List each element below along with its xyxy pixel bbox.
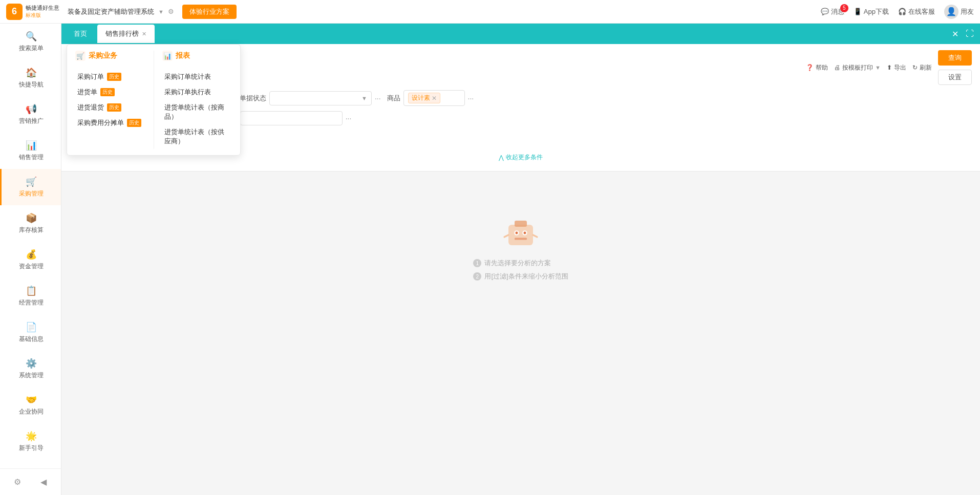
menu-item-label: 进货退货 [77, 103, 104, 112]
tab-sales-rank[interactable]: 销售排行榜 ✕ [97, 25, 155, 43]
menu-item-expense[interactable]: 采购费用分摊单 历史 [75, 115, 145, 131]
menu-item-return[interactable]: 进货退货 历史 [75, 100, 145, 115]
purchase-col-icon: 🛒 [75, 51, 86, 61]
system-icon: ⚙️ [26, 358, 37, 369]
gear-icon[interactable]: ⚙ [168, 8, 174, 15]
product-select[interactable]: 设计素 ✕ [403, 90, 465, 106]
avatar: 👤 [944, 5, 958, 19]
refresh-icon: ↻ [912, 64, 918, 71]
menu-item-purchase-order-exec[interactable]: 采购订单执行表 [162, 84, 232, 100]
tab-home[interactable]: 首页 [66, 25, 95, 43]
doc-status-label: 单据状态 [240, 94, 266, 103]
empty-hints: 1 请先选择要分析的方案 2 用[过滤]条件来缩小分析范围 [473, 259, 568, 281]
sidebar-settings-btn[interactable]: ⚙ [6, 475, 29, 489]
sidebar-item-operation[interactable]: 📋 经营管理 [0, 278, 61, 314]
purchase-col: 🛒 采购业务 采购订单 历史 进货单 历史 进货退货 历史 采购费用分摊单 历史 [67, 51, 154, 149]
purchase-icon: 🛒 [26, 176, 37, 187]
hint-1: 1 请先选择要分析的方案 [473, 259, 568, 268]
sidebar-item-inventory[interactable]: 📦 库存核算 [0, 205, 61, 242]
doc-status-select[interactable]: ▼ [269, 91, 372, 105]
print-btn[interactable]: 🖨 按模板打印 ▼ [834, 63, 881, 72]
print-chevron-icon: ▼ [875, 64, 881, 71]
report-col-header: 📊 报表 [162, 51, 232, 64]
product-tag-text: 设计素 [412, 94, 430, 102]
product-tag[interactable]: 设计素 ✕ [408, 93, 440, 103]
cooperation-icon: 🤝 [26, 394, 37, 405]
menu-item-purchase-order-stat[interactable]: 采购订单统计表 [162, 69, 232, 84]
tab-bar-right: ✕ ⛶ [950, 28, 976, 40]
logo-title: 畅捷通好生意 [26, 4, 59, 11]
history-badge: 历史 [107, 73, 121, 81]
refresh-btn[interactable]: ↻ 刷新 [912, 63, 932, 72]
product-ellipsis[interactable]: ··· [468, 94, 474, 102]
doc-status-filter: 单据状态 ▼ ··· [240, 91, 381, 105]
sidebar-item-quick[interactable]: 🏠 快捷导航 [0, 60, 61, 96]
sidebar-item-label: 营销推广 [19, 117, 44, 125]
chevron-down-icon[interactable]: ▼ [158, 9, 164, 15]
salesperson-select[interactable] [240, 111, 343, 125]
query-button[interactable]: 查询 [938, 50, 972, 66]
report-col-title: 报表 [176, 51, 190, 60]
menu-item-label: 进货单 [77, 88, 97, 97]
sidebar-item-label: 库存核算 [19, 226, 44, 234]
report-col: 📊 报表 采购订单统计表 采购订单执行表 进货单统计表（按商品） 进货单统计表（… [154, 51, 241, 149]
industry-btn[interactable]: 体验行业方案 [182, 5, 237, 19]
dropdown-columns: 🛒 采购业务 采购订单 历史 进货单 历史 进货退货 历史 采购费用分摊单 历史 [67, 51, 240, 149]
help-label: 帮助 [816, 63, 828, 72]
menu-item-label: 采购订单执行表 [164, 88, 211, 97]
sidebar-collapse-btn[interactable]: ◀ [33, 475, 55, 489]
online-service-btn[interactable]: 🎧 在线客服 [898, 7, 935, 16]
message-badge: 5 [840, 4, 848, 12]
menu-item-inbound-stat-product[interactable]: 进货单统计表（按商品） [162, 100, 232, 124]
product-label: 商品 [387, 94, 400, 103]
help-icon: ❓ [806, 64, 814, 71]
system-title-text: 装备及固定资产辅助管理系统 [68, 7, 154, 16]
empty-state: 1 请先选择要分析的方案 2 用[过滤]条件来缩小分析范围 [61, 171, 980, 322]
sales-icon: 📊 [26, 140, 37, 151]
sidebar-item-purchase[interactable]: 🛒 采购管理 [0, 169, 61, 205]
close-window-icon[interactable]: ✕ [950, 28, 961, 40]
tab-sales-rank-label: 销售排行榜 [105, 29, 139, 38]
collapse-btn[interactable]: ⋀ 收起更多条件 [499, 153, 543, 162]
export-btn[interactable]: ⬆ 导出 [887, 63, 906, 72]
logo-badge: 标准版 [26, 12, 59, 19]
history-badge: 历史 [100, 88, 115, 96]
product-filter: 商品 设计素 ✕ ··· [387, 90, 474, 106]
sidebar-item-cooperation[interactable]: 🤝 企业协同 [0, 387, 61, 423]
print-label: 按模板打印 [842, 63, 873, 72]
sidebar-item-label: 基础信息 [19, 335, 44, 343]
app-download-btn[interactable]: 📱 App下载 [854, 7, 889, 16]
purchase-dropdown-menu: 🛒 采购业务 采购订单 历史 进货单 历史 进货退货 历史 采购费用分摊单 历史 [67, 44, 241, 156]
sidebar-item-finance[interactable]: 💰 资金管理 [0, 242, 61, 278]
sidebar-item-label: 销售管理 [19, 153, 44, 162]
salesperson-ellipsis[interactable]: ··· [346, 114, 352, 122]
menu-item-purchase-order[interactable]: 采购订单 历史 [75, 69, 145, 84]
sidebar-item-search[interactable]: 🔍 搜索菜单 [0, 24, 61, 60]
menu-item-label: 进货单统计表（按商品） [164, 103, 230, 121]
message-icon: 💬 [821, 8, 829, 15]
sidebar-item-guide[interactable]: 🌟 新手引导 [0, 423, 61, 460]
maximize-icon[interactable]: ⛶ [964, 28, 976, 39]
menu-item-inbound-stat-supplier[interactable]: 进货单统计表（按供应商） [162, 124, 232, 149]
settings-button[interactable]: 设置 [938, 70, 972, 85]
sidebar-item-marketing[interactable]: 📢 营销推广 [0, 96, 61, 133]
message-btn[interactable]: 💬 消息 5 [821, 7, 844, 16]
operation-icon: 📋 [26, 285, 37, 296]
report-col-icon: 📊 [162, 51, 173, 61]
service-label: 在线客服 [908, 7, 935, 16]
salesperson-placeholder [245, 114, 251, 123]
finance-icon: 💰 [26, 249, 37, 260]
tab-close-icon[interactable]: ✕ [142, 31, 146, 37]
sidebar-item-basic[interactable]: 📄 基础信息 [0, 314, 61, 351]
menu-item-inbound[interactable]: 进货单 历史 [75, 84, 145, 100]
tab-bar: 首页 销售排行榜 ✕ ✕ ⛶ [61, 24, 980, 44]
help-btn[interactable]: ❓ 帮助 [806, 63, 828, 72]
menu-item-label: 进货单统计表（按供应商） [164, 127, 230, 146]
sidebar-item-label: 搜索菜单 [19, 44, 44, 53]
sidebar-item-system[interactable]: ⚙️ 系统管理 [0, 351, 61, 387]
doc-status-ellipsis[interactable]: ··· [375, 94, 381, 102]
svg-rect-0 [508, 225, 533, 245]
sidebar-item-sales[interactable]: 📊 销售管理 [0, 133, 61, 169]
user-area[interactable]: 👤 用友 [944, 5, 974, 19]
tag-close-icon[interactable]: ✕ [432, 95, 437, 102]
